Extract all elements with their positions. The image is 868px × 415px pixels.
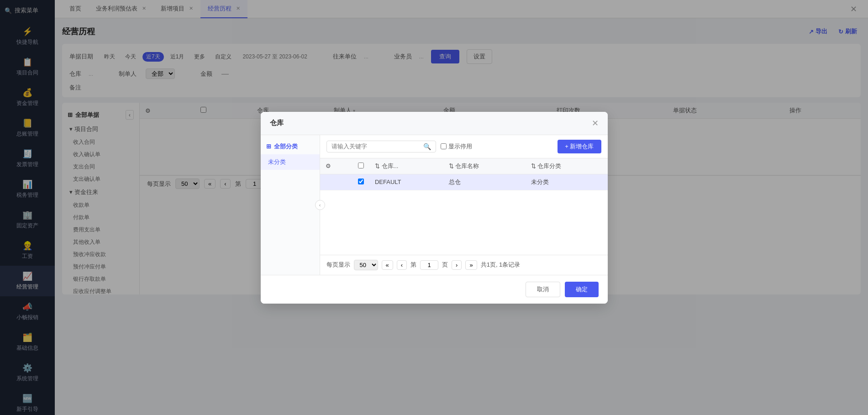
show-disabled-text: 显示停用 bbox=[448, 142, 472, 151]
modal-search-icon: 🔍 bbox=[423, 143, 431, 150]
modal-page-input[interactable] bbox=[420, 260, 438, 270]
modal-footer: 取消 确定 bbox=[261, 275, 608, 304]
modal-collapse-btn[interactable]: ‹ bbox=[315, 200, 325, 210]
modal-summary: 共1页, 1条记录 bbox=[481, 261, 521, 269]
modal-col-checkbox[interactable] bbox=[352, 158, 369, 174]
show-disabled-label[interactable]: 显示停用 bbox=[441, 142, 472, 151]
modal-row-code: DEFAULT bbox=[369, 174, 443, 190]
modal-close-btn[interactable]: ✕ bbox=[592, 118, 599, 128]
show-disabled-checkbox[interactable] bbox=[441, 143, 447, 149]
sort-icon-category: ⇅ bbox=[531, 163, 536, 169]
confirm-button[interactable]: 确定 bbox=[565, 282, 599, 297]
modal-overlay: 仓库 ✕ ⊞ 全部分类 未分类 ‹ bbox=[0, 0, 868, 415]
modal-left-item-label: 未分类 bbox=[268, 158, 286, 165]
modal-select-all[interactable] bbox=[358, 163, 364, 168]
cancel-button[interactable]: 取消 bbox=[526, 282, 560, 297]
modal-left-header-label: 全部分类 bbox=[274, 142, 298, 151]
modal-header: 仓库 ✕ bbox=[261, 112, 608, 135]
modal-col-code: ⇅ 仓库... bbox=[369, 158, 443, 174]
modal-gear-icon: ⚙ bbox=[326, 163, 331, 169]
modal-col-name: ⇅ 仓库名称 bbox=[443, 158, 526, 174]
modal-col-category: ⇅ 仓库分类 bbox=[526, 158, 608, 174]
modal-left-panel: ⊞ 全部分类 未分类 ‹ bbox=[261, 135, 320, 275]
modal-first-btn[interactable]: « bbox=[382, 260, 393, 270]
modal-page-suffix: 页 bbox=[442, 261, 448, 269]
modal-warehouse-table: ⚙ ⇅ 仓库... ⇅ bbox=[320, 158, 608, 190]
warehouse-modal: 仓库 ✕ ⊞ 全部分类 未分类 ‹ bbox=[261, 112, 608, 304]
modal-right-panel: 🔍 显示停用 + 新增仓库 ⚙ bbox=[320, 135, 608, 275]
grid-icon-modal: ⊞ bbox=[266, 143, 271, 150]
modal-search-input[interactable] bbox=[331, 143, 421, 150]
modal-next-btn[interactable]: › bbox=[452, 260, 462, 270]
modal-search-box: 🔍 bbox=[326, 141, 436, 152]
sort-icon-name: ⇅ bbox=[449, 163, 454, 169]
modal-table-row[interactable]: DEFAULT 总仓 未分类 bbox=[320, 174, 608, 190]
modal-pagination: 每页显示 50 « ‹ 第 页 › » 共1页, 1条记录 bbox=[320, 255, 608, 275]
modal-left-item-uncategorized[interactable]: 未分类 bbox=[261, 154, 320, 170]
modal-col-gear[interactable]: ⚙ bbox=[320, 158, 352, 174]
modal-body: ⊞ 全部分类 未分类 ‹ 🔍 显示停用 bbox=[261, 135, 608, 275]
modal-row-checkbox[interactable] bbox=[352, 174, 369, 190]
modal-toolbar: 🔍 显示停用 + 新增仓库 bbox=[320, 135, 608, 158]
modal-page-label: 第 bbox=[410, 261, 416, 269]
modal-prev-btn[interactable]: ‹ bbox=[397, 260, 407, 270]
modal-title: 仓库 bbox=[270, 119, 284, 127]
modal-last-btn[interactable]: » bbox=[465, 260, 477, 270]
sort-icon-code: ⇅ bbox=[375, 163, 380, 169]
modal-row-name: 总仓 bbox=[443, 174, 526, 190]
modal-per-page-select[interactable]: 50 bbox=[354, 260, 378, 270]
modal-row-category: 未分类 bbox=[526, 174, 608, 190]
modal-row-gear bbox=[320, 174, 352, 190]
modal-table-container: ⚙ ⇅ 仓库... ⇅ bbox=[320, 158, 608, 255]
modal-per-page-label: 每页显示 bbox=[326, 261, 350, 269]
modal-row-select[interactable] bbox=[358, 179, 364, 184]
add-warehouse-btn[interactable]: + 新增仓库 bbox=[558, 140, 601, 153]
modal-left-header[interactable]: ⊞ 全部分类 bbox=[261, 139, 320, 154]
